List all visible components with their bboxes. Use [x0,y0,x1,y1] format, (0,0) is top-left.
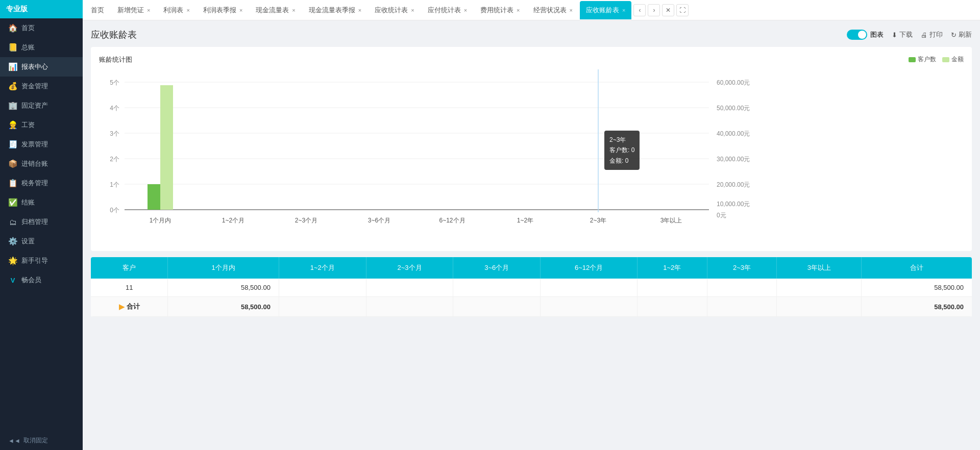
svg-text:3个: 3个 [110,130,119,137]
chart-legend: 客户数 金额 [909,55,964,64]
col-m12: 1~2个月 [279,257,366,279]
tab-home[interactable]: 首页 [85,1,110,19]
tab-cashflow-quarterly[interactable]: 现金流量表季报 × [303,1,368,19]
col-customer: 客户 [91,257,168,279]
download-button[interactable]: ⬇ 下载 [892,30,913,39]
sidebar-item-reports[interactable]: 📊 报表中心 [0,57,83,77]
sidebar-item-label: 发票管理 [21,140,48,149]
sidebar-item-label: 工资 [21,120,35,130]
total-total: 58,500.00 [862,297,972,317]
table-row: 11 58,500.00 58,500.00 [91,279,972,297]
assets-icon: 🏢 [8,101,17,110]
sidebar-item-sales[interactable]: 📦 进销台账 [0,154,83,173]
svg-text:0个: 0个 [110,207,119,214]
tab-close-icon[interactable]: × [292,7,295,13]
tab-close-icon[interactable]: × [147,7,150,13]
tab-ap-stats[interactable]: 应付统计表 × [422,1,473,19]
sidebar-item-vip[interactable]: V 畅会员 [0,270,83,290]
tab-close-icon[interactable]: × [570,7,573,13]
table-header: 客户 1个月内 1~2个月 2~3个月 3~6个月 6~12个月 1~2年 2~… [91,257,972,279]
tab-close-all[interactable]: ✕ [662,4,674,16]
col-y3plus: 3年以上 [777,257,862,279]
tab-ar-aging[interactable]: 应收账龄表 × [580,1,631,19]
svg-text:1个: 1个 [110,181,119,188]
tab-close-icon[interactable]: × [411,7,414,13]
tax-icon: 📋 [8,179,17,188]
total-y12 [637,297,707,317]
sidebar-item-assets[interactable]: 🏢 固定资产 [0,96,83,115]
tab-close-icon[interactable]: × [239,7,242,13]
tab-close-icon[interactable]: × [517,7,520,13]
tab-close-icon[interactable]: × [622,7,625,13]
sidebar-item-settings[interactable]: ⚙️ 设置 [0,232,83,251]
legend-amount-label: 金额 [951,55,964,64]
tab-close-icon[interactable]: × [358,7,361,13]
tab-ar-stats[interactable]: 应收统计表 × [369,1,420,19]
sidebar-item-invoices[interactable]: 🧾 发票管理 [0,135,83,154]
sidebar-item-guide[interactable]: 🌟 新手引导 [0,251,83,270]
sidebar-item-label: 畅会员 [21,276,41,285]
tab-biz-status[interactable]: 经营状况表 × [527,1,579,19]
tab-profit[interactable]: 利润表 × [157,1,195,19]
sidebar: 专业版 🏠 首页 📒 总账 📊 报表中心 💰 资金管理 🏢 固定资产 👷 工资 … [0,0,83,450]
tab-close-icon[interactable]: × [464,7,467,13]
sidebar-item-label: 总账 [21,43,35,52]
refresh-button[interactable]: ↻ 刷新 [951,30,972,39]
sidebar-item-funds[interactable]: 💰 资金管理 [0,77,83,96]
tab-expense-stats-label: 费用统计表 [480,6,513,15]
sidebar-item-archive[interactable]: 🗂 归档管理 [0,212,83,232]
sidebar-item-label: 结账 [21,198,35,207]
print-label: 打印 [929,30,943,39]
tab-home-label: 首页 [91,6,104,15]
legend-amount-box [942,57,949,62]
sidebar-item-tax[interactable]: 📋 税务管理 [0,173,83,193]
total-y23 [707,297,777,317]
total-m612 [541,297,638,317]
sidebar-item-close[interactable]: ✅ 结账 [0,193,83,212]
tab-profit-quarterly[interactable]: 利润表季报 × [197,1,249,19]
svg-text:1~2年: 1~2年 [517,217,533,224]
svg-text:6~12个月: 6~12个月 [439,217,465,224]
app-logo: 专业版 [0,0,83,18]
sidebar-item-ledger[interactable]: 📒 总账 [0,38,83,57]
chart-toggle[interactable] [847,30,867,40]
total-m36 [453,297,541,317]
reports-icon: 📊 [8,62,17,71]
sidebar-pin-toggle[interactable]: ◄◄ 取消固定 [0,431,83,450]
data-table: 客户 1个月内 1~2个月 2~3个月 3~6个月 6~12个月 1~2年 2~… [91,257,972,317]
total-m23 [366,297,453,317]
sidebar-item-salary[interactable]: 👷 工资 [0,115,83,135]
col-m23: 2~3个月 [366,257,453,279]
sidebar-item-label: 新手引导 [21,256,48,265]
tab-new-voucher[interactable]: 新增凭证 × [111,1,156,19]
print-button[interactable]: 🖨 打印 [921,30,943,39]
archive-icon: 🗂 [8,218,17,227]
tab-bar: 首页 新增凭证 × 利润表 × 利润表季报 × 现金流量表 × 现金流量表季报 … [83,0,980,20]
svg-text:60,000.00元: 60,000.00元 [717,79,750,86]
tab-scroll-left[interactable]: ‹ [633,4,646,16]
tab-cashflow[interactable]: 现金流量表 × [250,1,301,19]
svg-text:40,000.00元: 40,000.00元 [717,130,750,137]
tab-expense-stats[interactable]: 费用统计表 × [474,1,526,19]
sidebar-item-label: 设置 [21,237,35,246]
tab-close-icon[interactable]: × [186,7,189,13]
tab-scroll-right[interactable]: › [648,4,660,16]
page-actions: 图表 ⬇ 下载 🖨 打印 ↻ 刷新 [847,30,972,40]
svg-text:2个: 2个 [110,156,119,163]
ledger-icon: 📒 [8,43,17,52]
legend-customers-label: 客户数 [918,55,936,64]
sidebar-item-label: 税务管理 [21,179,48,188]
cell-m36 [453,279,541,297]
total-label-text: 合计 [127,302,140,311]
tab-cashflow-quarterly-label: 现金流量表季报 [309,6,355,15]
total-m12 [279,297,366,317]
cell-m23 [366,279,453,297]
home-icon: 🏠 [8,23,17,33]
table-total-row: ▶ 合计 58,500.00 58,500.00 [91,297,972,317]
table-body: 11 58,500.00 58,500.00 [91,279,972,317]
tab-biz-status-label: 经营状况表 [533,6,567,15]
sidebar-item-home[interactable]: 🏠 首页 [0,18,83,38]
page-content: 应收账龄表 图表 ⬇ 下载 🖨 打印 ↻ 刷新 [83,20,980,450]
tab-maximize[interactable]: ⛶ [676,4,689,16]
cell-y3plus [777,279,862,297]
